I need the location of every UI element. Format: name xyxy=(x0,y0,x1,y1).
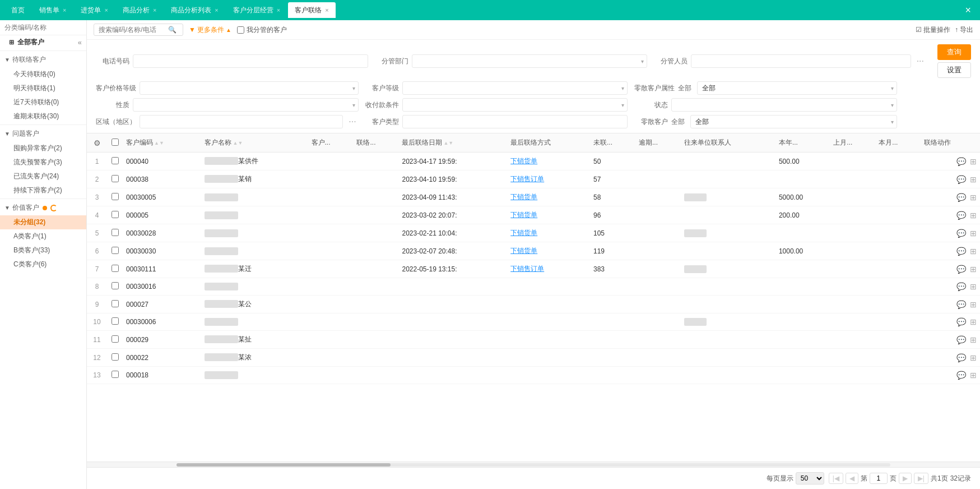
sort-name-icon[interactable]: ▲▼ xyxy=(233,140,243,146)
filter-region-more-icon[interactable]: ··· xyxy=(346,117,358,127)
grid-icon[interactable]: ⊞ xyxy=(970,265,977,274)
scrollbar-track[interactable] xyxy=(177,463,890,467)
sidebar-problem-header[interactable]: ▼ 问题客户 xyxy=(0,126,86,141)
sidebar-item-7days[interactable]: 近7天待联络(0) xyxy=(0,95,86,109)
sidebar-item-ungrouped[interactable]: 未分组(32) xyxy=(0,215,86,229)
reset-button[interactable]: 设置 xyxy=(937,62,971,78)
row-checkbox-9[interactable] xyxy=(112,300,119,307)
filter-dept-select[interactable] xyxy=(412,54,647,68)
last-method-link[interactable]: 下销货单 xyxy=(510,157,537,165)
sidebar-item-churned[interactable]: 已流失客户(24) xyxy=(0,169,86,183)
grid-icon[interactable]: ⊞ xyxy=(970,175,977,184)
select-all-checkbox[interactable] xyxy=(112,139,119,146)
chat-icon[interactable]: 💬 xyxy=(956,300,966,309)
page-size-select[interactable]: 20 50 100 xyxy=(796,472,824,485)
last-method-link[interactable]: 下销售订单 xyxy=(510,265,544,273)
filter-phone-input[interactable] xyxy=(133,54,368,68)
nav-item-sales[interactable]: 销售单 × xyxy=(32,2,73,18)
grid-icon[interactable]: ⊞ xyxy=(970,282,977,291)
sidebar-search-input[interactable] xyxy=(4,24,87,31)
filter-customer-type-input[interactable] xyxy=(402,115,628,128)
batch-ops-button[interactable]: ☑ 批量操作 xyxy=(916,25,950,35)
nav-item-product-analysis-list[interactable]: 商品分析列表 × xyxy=(164,2,225,18)
next-page-button[interactable]: ▶ xyxy=(899,473,912,484)
filter-customer-grade-select[interactable] xyxy=(402,81,628,95)
close-all-button[interactable]: × xyxy=(960,4,976,16)
close-purchase-icon[interactable]: × xyxy=(104,7,108,13)
prev-page-button[interactable]: ◀ xyxy=(846,473,858,484)
grid-icon[interactable]: ⊞ xyxy=(970,247,977,256)
more-conditions-button[interactable]: ▼ 更多条件 ▲ xyxy=(189,25,231,35)
row-checkbox-13[interactable] xyxy=(112,371,119,378)
last-method-link[interactable]: 下销货单 xyxy=(510,247,537,255)
filter-payment-select[interactable] xyxy=(402,98,628,112)
filter-manager-more-icon[interactable]: ··· xyxy=(914,56,926,66)
filter-search-icon[interactable]: 🔍 xyxy=(168,26,177,34)
row-checkbox-12[interactable] xyxy=(112,353,119,361)
chat-icon[interactable]: 💬 xyxy=(956,175,966,184)
sidebar-all-customers[interactable]: ⊞ 全部客户 « xyxy=(0,35,86,49)
my-customers-check[interactable] xyxy=(237,26,244,34)
chat-icon[interactable]: 💬 xyxy=(956,282,966,291)
sidebar-item-class-b[interactable]: B类客户(33) xyxy=(0,243,86,257)
close-customer-segment-icon[interactable]: × xyxy=(277,7,280,13)
grid-icon[interactable]: ⊞ xyxy=(970,317,977,326)
filter-retail-attr-select[interactable]: 全部 xyxy=(697,81,897,95)
sidebar-item-class-c[interactable]: C类客户(6) xyxy=(0,257,86,271)
chat-icon[interactable]: 💬 xyxy=(956,317,966,326)
sort-code-icon[interactable]: ▲▼ xyxy=(154,140,164,146)
row-checkbox-1[interactable] xyxy=(112,157,119,164)
sidebar-pending-header[interactable]: ▼ 待联络客户 xyxy=(0,52,86,67)
grid-icon[interactable]: ⊞ xyxy=(970,211,977,220)
sidebar-item-tomorrow[interactable]: 明天待联络(1) xyxy=(0,81,86,95)
chat-icon[interactable]: 💬 xyxy=(956,193,966,202)
sidebar-item-class-a[interactable]: A类客户(1) xyxy=(0,229,86,243)
close-product-analysis-list-icon[interactable]: × xyxy=(215,7,218,13)
filter-search-input[interactable] xyxy=(99,26,166,34)
chat-icon[interactable]: 💬 xyxy=(956,265,966,274)
row-checkbox-4[interactable] xyxy=(112,211,119,218)
row-checkbox-2[interactable] xyxy=(112,175,119,182)
nav-item-product-analysis[interactable]: 商品分析 × xyxy=(116,2,163,18)
grid-icon[interactable]: ⊞ xyxy=(970,371,977,380)
sidebar-item-declining[interactable]: 持续下滑客户(2) xyxy=(0,183,86,197)
grid-icon[interactable]: ⊞ xyxy=(970,335,977,344)
row-checkbox-3[interactable] xyxy=(112,193,119,200)
sidebar-collapse-icon[interactable]: « xyxy=(78,38,82,47)
grid-icon[interactable]: ⊞ xyxy=(970,229,977,238)
settings-gear-icon[interactable]: ⚙ xyxy=(94,139,101,147)
chat-icon[interactable]: 💬 xyxy=(956,157,966,166)
chat-icon[interactable]: 💬 xyxy=(956,371,966,380)
row-checkbox-8[interactable] xyxy=(112,282,119,289)
sidebar-item-churn-warning[interactable]: 流失预警客户(3) xyxy=(0,155,86,169)
chat-icon[interactable]: 💬 xyxy=(956,335,966,344)
filter-nature-select[interactable] xyxy=(133,98,359,112)
grid-icon[interactable]: ⊞ xyxy=(970,193,977,202)
filter-retail-customer-select[interactable]: 全部 xyxy=(690,115,897,128)
sidebar-item-abnormal[interactable]: 囤购异常客户(2) xyxy=(0,141,86,155)
first-page-button[interactable]: |◀ xyxy=(829,473,843,484)
row-checkbox-7[interactable] xyxy=(112,265,119,272)
grid-icon[interactable]: ⊞ xyxy=(970,353,977,362)
nav-item-home[interactable]: 首页 xyxy=(4,2,31,18)
last-method-link[interactable]: 下销货单 xyxy=(510,229,537,237)
last-method-link[interactable]: 下销货单 xyxy=(510,193,537,201)
row-checkbox-5[interactable] xyxy=(112,229,119,236)
row-checkbox-11[interactable] xyxy=(112,335,119,343)
nav-item-purchase[interactable]: 进货单 × xyxy=(74,2,114,18)
scrollbar-thumb[interactable] xyxy=(177,463,391,467)
filter-region-input[interactable] xyxy=(140,115,343,128)
export-button[interactable]: ↑ 导出 xyxy=(955,25,973,35)
filter-status-select[interactable] xyxy=(671,98,897,112)
last-method-link[interactable]: 下销货单 xyxy=(510,211,537,219)
grid-icon[interactable]: ⊞ xyxy=(970,157,977,166)
chat-icon[interactable]: 💬 xyxy=(956,211,966,220)
grid-icon[interactable]: ⊞ xyxy=(970,300,977,309)
sort-date-icon[interactable]: ▲▼ xyxy=(443,140,453,146)
chat-icon[interactable]: 💬 xyxy=(956,229,966,238)
last-page-button[interactable]: ▶| xyxy=(914,473,928,484)
page-number-input[interactable] xyxy=(870,473,888,484)
filter-manager-input[interactable] xyxy=(691,54,911,68)
row-checkbox-10[interactable] xyxy=(112,317,119,325)
row-checkbox-6[interactable] xyxy=(112,247,119,254)
